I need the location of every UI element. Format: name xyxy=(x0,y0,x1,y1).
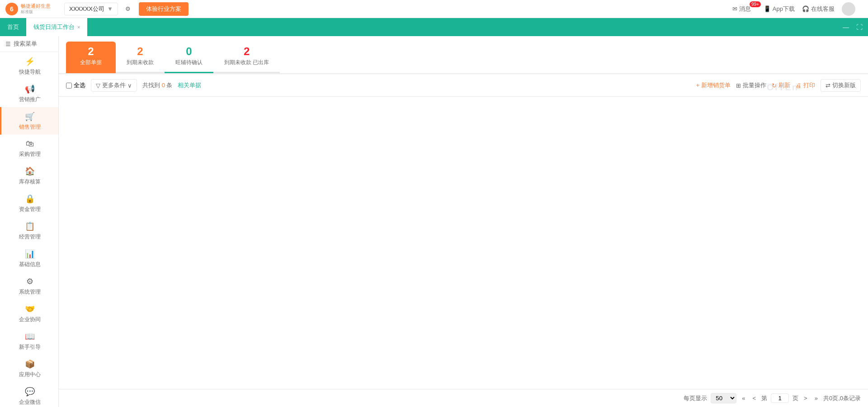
chevron-down-icon: ▼ xyxy=(107,5,113,12)
sidebar-item-quick-nav[interactable]: ⚡ 快捷导航 xyxy=(0,52,58,80)
sidebar-item-label: 快捷导航 xyxy=(19,68,41,76)
sidebar-item-sales[interactable]: 🛒 销售管理 xyxy=(0,107,58,135)
content-area: 2 全部单据 2 到期未收款 0 旺辅待确认 2 到期未收款 已出库 全选 xyxy=(59,36,868,407)
avatar[interactable] xyxy=(842,2,855,16)
filter-button[interactable]: ▽ 更多条件 ∨ xyxy=(91,79,137,92)
sidebar-item-inventory[interactable]: 🏠 库存核算 xyxy=(0,162,58,189)
page-number-input[interactable] xyxy=(771,393,789,403)
select-all-input[interactable] xyxy=(66,83,72,89)
next-page-button[interactable]: > xyxy=(802,394,809,402)
sidebar-item-purchase[interactable]: 🛍 采购管理 xyxy=(0,135,58,162)
sidebar-item-operations[interactable]: 📋 经营管理 xyxy=(0,217,58,244)
related-orders-link[interactable]: 相关单据 xyxy=(178,81,201,89)
tab-minimize-icon[interactable]: — xyxy=(841,22,851,33)
app-download-button[interactable]: 📱 App下载 xyxy=(764,5,795,13)
settings-button[interactable]: ⚙ xyxy=(122,3,134,15)
sidebar-item-label: 新手引导 xyxy=(19,343,41,351)
pagination: 每页显示 50 20 100 « < 第 页 > » 共0页,0条记录 xyxy=(59,389,868,407)
tab-home-label: 首页 xyxy=(7,23,19,31)
select-all-checkbox[interactable]: 全选 xyxy=(66,81,85,89)
stat-tab-overdue[interactable]: 2 到期未收款 xyxy=(116,42,165,73)
company-name: XXXXXX公司 xyxy=(69,5,104,13)
sidebar-item-guide[interactable]: 📖 新手引导 xyxy=(0,327,58,355)
search-icon: ☰ xyxy=(5,41,11,47)
sidebar-item-label: 企业协同 xyxy=(19,316,41,323)
top-bar: 6 畅捷通好生意 标准版 XXXXXX公司 ▼ ⚙ 体验行业方案 ✉ 消息 99… xyxy=(0,0,868,18)
logo-area: 6 畅捷通好生意 标准版 xyxy=(5,3,64,15)
stat-num-shipped: 2 xyxy=(244,45,250,58)
stat-num-pending: 0 xyxy=(186,45,192,58)
marketing-icon: 📢 xyxy=(25,84,35,94)
print-label: 打印 xyxy=(803,81,815,89)
base-info-icon: 📊 xyxy=(25,249,35,259)
purchase-icon: 🛍 xyxy=(26,139,34,149)
sidebar-item-wechat[interactable]: 💬 企业微信 xyxy=(0,382,58,407)
sidebar-item-label: 销售管理 xyxy=(19,123,41,131)
sidebar-item-base-info[interactable]: 📊 基础信息 xyxy=(0,244,58,272)
stat-tab-pending[interactable]: 0 旺辅待确认 xyxy=(165,42,213,73)
sidebar-item-label: 采购管理 xyxy=(19,150,41,158)
stat-label-shipped: 到期未收款 已出库 xyxy=(224,59,269,66)
sidebar-item-app-center[interactable]: 📦 应用中心 xyxy=(0,355,58,382)
batch-label: 批量操作 xyxy=(743,81,766,89)
stat-tab-all[interactable]: 2 全部单据 xyxy=(66,42,116,73)
sidebar-item-coop[interactable]: 🤝 企业协同 xyxy=(0,299,58,327)
print-button[interactable]: 🖨 打印 xyxy=(796,81,815,89)
app-center-icon: 📦 xyxy=(25,359,35,369)
filter-chevron-icon: ∨ xyxy=(127,82,132,89)
trial-button[interactable]: 体验行业方案 xyxy=(139,2,189,16)
total-records: 共0页,0条记录 xyxy=(823,394,861,402)
message-badge: 99+ xyxy=(750,1,761,7)
system-icon: ⚙ xyxy=(26,276,33,286)
tab-close-icon[interactable]: × xyxy=(77,24,80,30)
online-service-button[interactable]: 🎧 在线客服 xyxy=(802,5,835,13)
inventory-icon: 🏠 xyxy=(25,166,35,176)
message-icon: ✉ xyxy=(732,5,737,12)
sidebar-item-label: 营销推广 xyxy=(19,96,41,103)
refresh-button[interactable]: ↻ 刷新 xyxy=(772,81,790,89)
wechat-icon: 💬 xyxy=(25,387,35,397)
sidebar-item-finance[interactable]: 🔒 资金管理 xyxy=(0,189,58,217)
message-label: 消息 xyxy=(739,5,751,13)
sidebar-item-label: 企业微信 xyxy=(19,398,41,406)
add-order-button[interactable]: + 新增销货单 xyxy=(696,81,731,89)
search-menu-label: 搜索菜单 xyxy=(14,40,37,48)
sidebar-item-label: 库存核算 xyxy=(19,178,41,186)
operations-icon: 📋 xyxy=(25,221,35,231)
logo-badge: 标准版 xyxy=(21,9,51,15)
sidebar-item-label: 应用中心 xyxy=(19,371,41,379)
tab-bar: 首页 钱货日清工作台 × — ⛶ xyxy=(0,18,868,36)
message-button[interactable]: ✉ 消息 99+ xyxy=(732,5,756,13)
tab-expand-icon[interactable]: ⛶ xyxy=(854,22,864,33)
per-page-select[interactable]: 50 20 100 xyxy=(711,393,736,403)
sidebar-item-label: 资金管理 xyxy=(19,206,41,213)
search-menu-item[interactable]: ☰ 搜索菜单 xyxy=(0,36,58,52)
main-layout: ☰ 搜索菜单 ⚡ 快捷导航 📢 营销推广 🛒 销售管理 🛍 采购管理 🏠 库存核… xyxy=(0,36,868,407)
sidebar-item-system[interactable]: ⚙ 系统管理 xyxy=(0,272,58,299)
select-all-label: 全选 xyxy=(74,81,85,89)
batch-operation-button[interactable]: ⊞ 批量操作 xyxy=(736,81,766,89)
tab-work-station[interactable]: 钱货日清工作台 × xyxy=(26,18,87,36)
switch-version-button[interactable]: ⇄ 切换新版 xyxy=(821,79,861,92)
stat-num-overdue: 2 xyxy=(137,45,143,58)
sidebar-item-marketing[interactable]: 📢 营销推广 xyxy=(0,80,58,107)
filter-label: 更多条件 xyxy=(102,81,126,89)
page-suffix: 页 xyxy=(793,394,798,402)
stat-tab-shipped[interactable]: 2 到期未收款 已出库 xyxy=(213,42,280,73)
logo-icon: 6 xyxy=(5,3,18,15)
app-download-label: App下载 xyxy=(773,5,795,13)
company-selector[interactable]: XXXXXX公司 ▼ xyxy=(64,3,118,15)
first-page-button[interactable]: « xyxy=(740,394,747,402)
stats-tabs: 2 全部单据 2 到期未收款 0 旺辅待确认 2 到期未收款 已出库 xyxy=(59,36,868,74)
sales-icon: 🛒 xyxy=(25,112,35,122)
print-icon: 🖨 xyxy=(796,82,802,89)
filter-icon: ▽ xyxy=(96,82,100,89)
tab-work-station-label: 钱货日清工作台 xyxy=(33,23,75,31)
found-count: 0 xyxy=(162,82,165,89)
prev-page-button[interactable]: < xyxy=(751,394,758,402)
download-icon: 📱 xyxy=(764,5,771,12)
logo-name: 畅捷通好生意 xyxy=(21,3,51,9)
last-page-button[interactable]: » xyxy=(813,394,820,402)
toolbar-right: + 新增销货单 ⊞ 批量操作 ↻ 刷新 🖨 打印 ⇄ 切换新版 xyxy=(696,79,861,92)
tab-home[interactable]: 首页 xyxy=(0,18,26,36)
